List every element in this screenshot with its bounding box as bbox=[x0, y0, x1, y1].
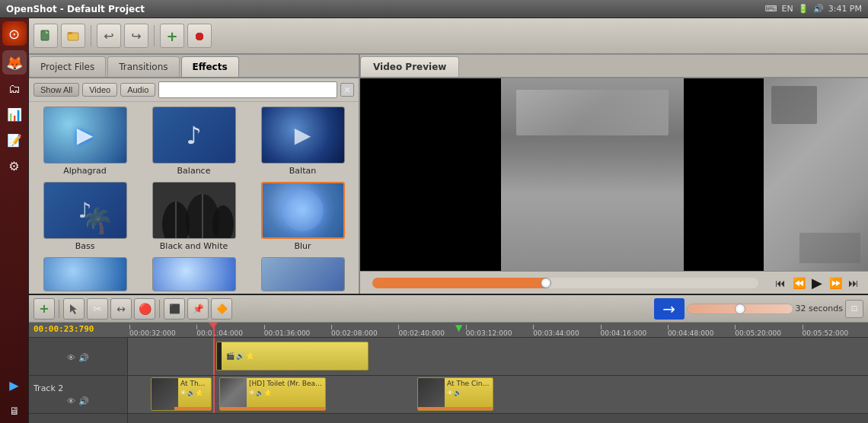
clip2-1-icons: 👁 🔊 ⭐ bbox=[178, 389, 211, 397]
add-button[interactable]: + bbox=[160, 24, 184, 48]
dock-openshot[interactable]: ▶ bbox=[2, 373, 27, 397]
dock-spreadsheet[interactable]: 📊 bbox=[2, 102, 27, 126]
bass-visual bbox=[44, 183, 126, 238]
video-seg-blurred bbox=[764, 78, 868, 271]
open-button[interactable] bbox=[61, 24, 85, 48]
svg-rect-0 bbox=[41, 30, 49, 40]
dock-firefox[interactable]: 🦊 bbox=[2, 50, 27, 75]
video-seg-black-left bbox=[360, 78, 501, 271]
track1-audio-icon[interactable]: 🔊 bbox=[78, 353, 89, 363]
skip-to-end-button[interactable]: ⏭ bbox=[845, 275, 862, 291]
new-button[interactable] bbox=[34, 24, 58, 48]
zoom-label: 32 seconds bbox=[796, 304, 843, 313]
cut-tool-button[interactable]: ✂ bbox=[87, 298, 108, 320]
ruler-mark-0: 00:00:32:000 bbox=[128, 325, 195, 337]
clip2-3-info: At The Cinema _ MrBean ... 👁 🔊 bbox=[445, 378, 493, 397]
ruler-mark-1: 00:01:04:000 bbox=[195, 325, 262, 337]
timeline-toolbar: + ✂ ↔ 🔴 ⬛ 📌 bbox=[29, 295, 868, 323]
magnet-button[interactable]: 🔴 bbox=[134, 298, 155, 320]
track2-clip2[interactable]: [HD] Toilet (Mr. Bean).mp4 👁 🔊 ⭐ bbox=[219, 377, 326, 411]
effect-partial2[interactable] bbox=[142, 257, 245, 291]
effect-partial3[interactable] bbox=[251, 257, 354, 291]
redo-button[interactable]: ↪ bbox=[124, 24, 148, 48]
search-clear-button[interactable]: ✕ bbox=[340, 83, 354, 97]
track2-clip3[interactable]: At The Cinema _ MrBean ... 👁 🔊 bbox=[417, 377, 493, 411]
play-button[interactable]: ▶ bbox=[809, 275, 825, 291]
track1-clip1[interactable]: 🎬 🔊 ⭐ bbox=[216, 342, 369, 371]
video-seg-gray-mid bbox=[501, 78, 684, 271]
timeline-ruler: 00:00:23:790 00:00:32:000 00:01:04:000 0… bbox=[29, 323, 868, 338]
filter-audio[interactable]: Audio bbox=[120, 83, 155, 97]
track2-eye-icon[interactable]: 👁 bbox=[67, 396, 75, 406]
tab-video-preview[interactable]: Video Preview bbox=[360, 56, 459, 77]
toolbar-sep-2 bbox=[154, 25, 155, 46]
effect-alphagrad[interactable]: Alphagrad bbox=[34, 107, 136, 176]
video-canvas bbox=[360, 78, 868, 271]
track1-eye-icon[interactable]: 👁 bbox=[67, 353, 75, 363]
partial2-visual bbox=[153, 258, 235, 291]
clip1-icons: 🎬 🔊 ⭐ bbox=[226, 352, 254, 360]
dock-files[interactable]: 🗂 bbox=[2, 76, 27, 100]
clip2-3-stripe bbox=[418, 407, 493, 410]
partial1-visual bbox=[44, 258, 126, 291]
effect-baltan[interactable]: Baltan bbox=[251, 107, 354, 176]
system-tray: ⌨ EN 🔋 🔊 3:41 PM bbox=[765, 4, 862, 14]
playhead-marker bbox=[209, 323, 218, 329]
undo-button[interactable]: ↩ bbox=[97, 24, 121, 48]
effect-label-blur: Blur bbox=[294, 241, 311, 251]
effect-balance[interactable]: Balance bbox=[142, 107, 245, 176]
timeline-section: + ✂ ↔ 🔴 ⬛ 📌 bbox=[29, 294, 868, 423]
track2-audio-icon[interactable]: 🔊 bbox=[78, 396, 89, 406]
effect-blur[interactable]: Blur bbox=[251, 182, 354, 251]
video-progress-slider[interactable] bbox=[372, 278, 758, 288]
pin-button[interactable]: 📌 bbox=[187, 298, 209, 320]
toolbar-sep-1 bbox=[91, 25, 91, 46]
fit-to-window-button[interactable]: ⊡ bbox=[845, 300, 863, 318]
zoom-slider[interactable] bbox=[687, 304, 793, 314]
ruler-mark-3: 00:02:08:000 bbox=[330, 325, 397, 337]
add-track-button[interactable]: + bbox=[34, 298, 55, 320]
green-marker: ▼ bbox=[455, 323, 462, 333]
razor-button[interactable]: ⬛ bbox=[164, 298, 185, 320]
dock-terminal[interactable]: 🖥 bbox=[2, 399, 27, 423]
filter-video[interactable]: Video bbox=[82, 83, 117, 97]
main-toolbar: ↩ ↪ + ⏺ bbox=[29, 18, 868, 55]
tab-project-files[interactable]: Project Files bbox=[29, 56, 106, 77]
tab-effects[interactable]: Effects bbox=[181, 56, 239, 77]
bw-visual bbox=[153, 183, 235, 238]
dock-doc[interactable]: 📝 bbox=[2, 128, 27, 152]
dock-ubuntu[interactable]: ⊙ bbox=[2, 21, 27, 46]
clip2-2-audio: 🔊 bbox=[256, 390, 263, 396]
effect-thumb-partial2 bbox=[152, 257, 236, 291]
dock-settings[interactable]: ⚙ bbox=[2, 154, 27, 178]
lang-indicator: EN bbox=[781, 4, 793, 14]
track2-name: Track 2 bbox=[34, 383, 123, 393]
ruler-mark-10: 00:05:52:000 bbox=[801, 325, 868, 337]
zoom-slider-container bbox=[687, 304, 793, 314]
tab-transitions[interactable]: Transitions bbox=[107, 56, 179, 77]
clip2-1-thumb bbox=[152, 378, 178, 410]
clip2-2-thumb bbox=[220, 378, 247, 410]
mark-button[interactable]: 🔶 bbox=[211, 298, 232, 320]
clip2-2-info: [HD] Toilet (Mr. Bean).mp4 👁 🔊 ⭐ bbox=[247, 378, 325, 397]
effect-partial1[interactable] bbox=[34, 257, 136, 291]
main-container: ⊙ 🦊 🗂 📊 📝 ⚙ ▶ 🖥 bbox=[0, 18, 868, 423]
effect-thumb-partial1 bbox=[43, 257, 127, 291]
ruler-marks: 00:00:32:000 00:01:04:000 00:01:36:000 0… bbox=[128, 323, 868, 337]
effect-bass[interactable]: Bass bbox=[34, 182, 136, 251]
effect-bw[interactable]: Black and White bbox=[142, 182, 245, 251]
ruler-mark-4: 00:02:40:000 bbox=[397, 325, 464, 337]
skip-to-start-button[interactable]: ⏮ bbox=[772, 275, 789, 291]
select-tool-button[interactable] bbox=[63, 298, 85, 320]
fast-forward-button[interactable]: ⏩ bbox=[827, 275, 844, 291]
move-tool-button[interactable]: ↔ bbox=[110, 298, 132, 320]
rewind-button[interactable]: ⏪ bbox=[790, 275, 807, 291]
clip2-3-title: At The Cinema _ MrBean ... bbox=[445, 378, 493, 389]
effect-thumb-blur bbox=[261, 182, 345, 239]
search-input[interactable] bbox=[158, 81, 337, 98]
filter-show-all[interactable]: Show All bbox=[34, 83, 79, 97]
record-button[interactable]: ⏺ bbox=[187, 24, 212, 48]
track2-clip1[interactable]: At The Cinema _ M... 👁 🔊 ⭐ bbox=[151, 377, 212, 411]
clock: 3:41 PM bbox=[828, 4, 862, 14]
volume-icon: 🔊 bbox=[813, 4, 824, 14]
